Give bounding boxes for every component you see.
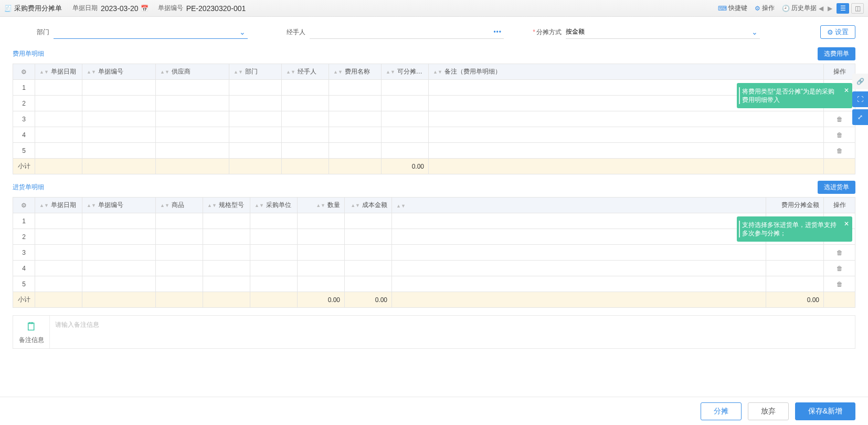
table-row[interactable]: 3🗑 bbox=[13, 245, 855, 261]
history-label: 历史单据 bbox=[791, 4, 817, 13]
date-label: 单据日期 bbox=[72, 4, 98, 13]
attachment-button[interactable]: 🔗 bbox=[852, 74, 868, 89]
tip-text: 支持选择多张进货单，进货单支持多次参与分摊； bbox=[742, 221, 837, 237]
handler-input[interactable] bbox=[310, 28, 504, 36]
shortcut-label: 快捷键 bbox=[728, 4, 747, 13]
discard-button[interactable]: 放弃 bbox=[748, 402, 789, 420]
col-alloc[interactable]: 费用分摊金额 bbox=[766, 198, 824, 213]
doc-icon: 🧾 bbox=[4, 5, 12, 12]
grid-view-toggle[interactable]: ◫ bbox=[851, 3, 864, 14]
form-row: 部门 ⌄ 经手人 ••• 分摊方式 ⌄ ⚙设置 bbox=[0, 17, 868, 41]
handler-label: 经手人 bbox=[269, 28, 305, 37]
table-row[interactable]: 4🗑 bbox=[13, 127, 855, 143]
subtotal-row: 小计0.00 bbox=[13, 159, 855, 174]
remark-label: 备注信息 bbox=[19, 336, 44, 345]
table-config-button[interactable]: ⚙ bbox=[13, 198, 35, 213]
col-feename[interactable]: ▲▼费用名称 bbox=[329, 64, 382, 80]
sort-icon: ▲▼ bbox=[286, 71, 295, 74]
note-icon: 🗒 bbox=[26, 320, 37, 334]
table-row[interactable]: 4🗑 bbox=[13, 261, 855, 276]
history-action[interactable]: 🕘历史单据 bbox=[782, 4, 817, 13]
table-row[interactable]: 1🗑 bbox=[13, 213, 855, 229]
select-expense-button[interactable]: 选费用单 bbox=[818, 47, 855, 60]
col-unit[interactable]: ▲▼采购单位 bbox=[250, 198, 298, 213]
sort-icon: ▲▼ bbox=[39, 71, 49, 74]
more-icon[interactable]: ••• bbox=[493, 28, 502, 36]
table-config-button[interactable]: ⚙ bbox=[13, 64, 35, 80]
table-row[interactable]: 5🗑 bbox=[13, 276, 855, 292]
col-dept[interactable]: ▲▼部门 bbox=[229, 64, 282, 80]
col-remark[interactable]: ▲▼备注（费用单明细） bbox=[429, 64, 824, 80]
calendar-icon[interactable]: 📅 bbox=[141, 5, 149, 12]
sort-icon: ▲▼ bbox=[87, 71, 96, 74]
fullscreen-button[interactable]: ⤢ bbox=[852, 109, 868, 125]
settings-button[interactable]: ⚙设置 bbox=[820, 25, 855, 39]
delete-icon[interactable]: 🗑 bbox=[837, 249, 843, 256]
close-icon[interactable]: ✕ bbox=[844, 220, 849, 228]
col-supplier[interactable]: ▲▼供应商 bbox=[156, 64, 229, 80]
gear-icon: ⚙ bbox=[21, 68, 27, 76]
delete-icon[interactable]: 🗑 bbox=[837, 265, 843, 272]
purchase-section-title: 进货单明细 bbox=[13, 183, 44, 192]
next-doc-button[interactable]: ▶ bbox=[825, 5, 834, 12]
col-qty[interactable]: ▲▼数量 bbox=[298, 198, 345, 213]
col-spec[interactable]: ▲▼规格型号 bbox=[203, 198, 250, 213]
subtotal-row: 小计0.000.000.00 bbox=[13, 292, 855, 308]
ops-label: 操作 bbox=[762, 4, 775, 13]
remark-input[interactable] bbox=[55, 321, 850, 328]
docno-value: PE-20230320-001 bbox=[186, 4, 246, 13]
table-row[interactable]: 2🗑 bbox=[13, 229, 855, 245]
doc-title: 采购费用分摊单 bbox=[14, 4, 62, 13]
sort-icon: ▲▼ bbox=[255, 204, 264, 207]
close-icon[interactable]: ✕ bbox=[844, 86, 849, 95]
list-view-toggle[interactable]: ☰ bbox=[837, 3, 849, 14]
dept-label: 部门 bbox=[13, 28, 49, 37]
delete-icon[interactable]: 🗑 bbox=[837, 147, 843, 154]
delete-icon[interactable]: 🗑 bbox=[837, 281, 843, 288]
allocate-button[interactable]: 分摊 bbox=[701, 402, 742, 420]
dept-input[interactable] bbox=[54, 28, 248, 36]
method-input[interactable] bbox=[566, 28, 760, 36]
date-value[interactable]: 2023-03-20 bbox=[101, 4, 139, 13]
prev-doc-button[interactable]: ◀ bbox=[817, 5, 825, 12]
sort-icon: ▲▼ bbox=[234, 71, 243, 74]
table-row[interactable]: 1🗑 bbox=[13, 80, 855, 96]
col-docno[interactable]: ▲▼单据编号 bbox=[82, 64, 156, 80]
delete-icon[interactable]: 🗑 bbox=[837, 131, 843, 139]
settings-label: 设置 bbox=[835, 27, 849, 37]
sort-icon: ▲▼ bbox=[160, 204, 170, 207]
col-product[interactable]: ▲▼商品 bbox=[156, 198, 203, 213]
col-op: 操作 bbox=[824, 198, 855, 213]
gear-icon: ⚙ bbox=[827, 28, 833, 36]
table-row[interactable]: 5🗑 bbox=[13, 143, 855, 159]
save-new-button[interactable]: 保存&新增 bbox=[795, 402, 855, 420]
shortcut-action[interactable]: ⌨快捷键 bbox=[718, 4, 747, 13]
expand-button[interactable]: ⛶ bbox=[852, 91, 868, 107]
col-amount[interactable]: ▲▼可分摊金额 bbox=[382, 64, 429, 80]
method-label: 分摊方式 bbox=[525, 28, 562, 37]
chevron-down-icon[interactable]: ⌄ bbox=[239, 28, 246, 36]
ops-action[interactable]: ⚙操作 bbox=[755, 4, 775, 13]
docno-label: 单据编号 bbox=[158, 4, 183, 13]
table-row[interactable]: 2🗑 bbox=[13, 96, 855, 111]
col-docno[interactable]: ▲▼单据编号 bbox=[82, 198, 156, 213]
sort-icon: ▲▼ bbox=[386, 71, 395, 74]
footer-bar: 分摊 放弃 保存&新增 bbox=[0, 397, 868, 425]
expense-section-title: 费用单明细 bbox=[13, 49, 44, 58]
remark-area: 🗒 备注信息 bbox=[13, 315, 855, 349]
sort-icon: ▲▼ bbox=[39, 204, 49, 207]
col-handler[interactable]: ▲▼经手人 bbox=[282, 64, 329, 80]
col-cost[interactable]: ▲▼成本金额 bbox=[345, 198, 392, 213]
history-icon: 🕘 bbox=[782, 5, 790, 12]
chevron-down-icon[interactable]: ⌄ bbox=[751, 28, 758, 36]
table-row[interactable]: 3🗑 bbox=[13, 111, 855, 127]
purchase-tip: 支持选择多张进货单，进货单支持多次参与分摊； ✕ bbox=[737, 216, 852, 242]
tip-text: 将费用类型“是否分摊”为是的采购费用明细带入 bbox=[742, 88, 834, 103]
col-date[interactable]: ▲▼单据日期 bbox=[35, 198, 82, 213]
sort-icon: ▲▼ bbox=[316, 204, 325, 207]
select-purchase-button[interactable]: 选进货单 bbox=[818, 181, 855, 194]
col-blank[interactable]: ▲▼ bbox=[392, 198, 766, 213]
sort-icon: ▲▼ bbox=[87, 204, 96, 207]
col-date[interactable]: ▲▼单据日期 bbox=[35, 64, 82, 80]
delete-icon[interactable]: 🗑 bbox=[837, 116, 843, 123]
